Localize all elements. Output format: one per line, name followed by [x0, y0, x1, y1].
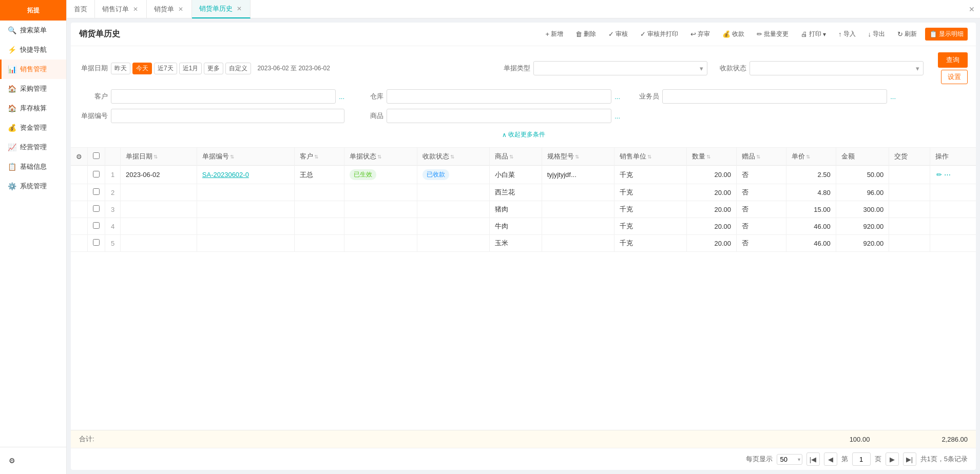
tab-sales-shipment[interactable]: 销货单 ✕ [147, 0, 192, 18]
sidebar-item-sales-mgmt[interactable]: 📊 销售管理 [0, 60, 66, 79]
col-spec[interactable]: 规格型号⇅ [542, 148, 614, 166]
col-doc-status[interactable]: 单据状态⇅ [344, 148, 417, 166]
sort-doc-icon: ⇅ [230, 154, 234, 160]
shortcut-yesterday[interactable]: 昨天 [111, 63, 130, 74]
customer-ellipsis[interactable]: ... [339, 93, 344, 101]
row-select-checkbox[interactable] [93, 222, 100, 229]
tab-sales-order-close[interactable]: ✕ [132, 6, 139, 13]
doc-type-select[interactable] [533, 61, 707, 75]
payment-status-select[interactable] [750, 61, 924, 75]
first-page-button[interactable]: |◀ [806, 452, 820, 466]
batch-change-button[interactable]: ✏ 批量变更 [753, 28, 793, 41]
shortcut-today[interactable]: 今天 [132, 63, 152, 74]
next-page-button[interactable]: ▶ [886, 452, 899, 466]
col-date[interactable]: 单据日期⇅ [121, 148, 197, 166]
row-checkbox[interactable] [88, 201, 105, 218]
delete-button[interactable]: 🗑 删除 [571, 28, 600, 41]
refresh-button[interactable]: ↻ 刷新 [893, 28, 921, 41]
new-button[interactable]: + 新增 [541, 28, 567, 41]
show-details-button[interactable]: 📋 显示明细 [925, 28, 968, 41]
last-page-button[interactable]: ▶| [903, 452, 916, 466]
row-select-checkbox[interactable] [93, 239, 100, 246]
row-select-checkbox[interactable] [93, 205, 100, 212]
row-customer [295, 235, 344, 252]
sidebar-item-funds-mgmt[interactable]: 💰 资金管理 [0, 118, 66, 137]
collapse-button[interactable]: ∧ 收起更多条件 [500, 128, 547, 141]
col-gift[interactable]: 赠品⇅ [736, 148, 786, 166]
sidebar-item-quick-nav[interactable]: ⚡ 快捷导航 [0, 40, 66, 60]
page-header: 销货单历史 + 新增 🗑 删除 ✓ 审核 ✓ 审核并打印 [71, 23, 976, 46]
col-doc-number[interactable]: 单据编号⇅ [197, 148, 295, 166]
collect-button[interactable]: 💰 收款 [718, 28, 748, 41]
row-pay-status [417, 184, 489, 201]
edit-action[interactable]: ✏ [936, 171, 942, 179]
sidebar-item-system-mgmt[interactable]: ⚙️ 系统管理 [0, 176, 66, 196]
warehouse-input[interactable] [387, 89, 611, 104]
col-settings[interactable]: ⚙ [71, 148, 88, 166]
warehouse-ellipsis[interactable]: ... [614, 93, 620, 101]
row-doc-number [197, 218, 295, 235]
customer-input[interactable] [111, 89, 336, 104]
tab-sales-history-close[interactable]: ✕ [236, 5, 243, 12]
export-button[interactable]: ↓ 导出 [864, 28, 890, 41]
set-button[interactable]: 设置 [941, 70, 968, 84]
product-ellipsis[interactable]: ... [614, 112, 620, 120]
sidebar-item-search-menu[interactable]: 🔍 搜索菜单 [0, 21, 66, 40]
tab-sales-order[interactable]: 销售订单 ✕ [95, 0, 147, 18]
page-number-input[interactable] [852, 452, 871, 466]
sort-unit-icon: ⇅ [647, 154, 651, 160]
select-all-checkbox[interactable] [93, 152, 100, 159]
review-print-button[interactable]: ✓ 审核并打印 [636, 28, 682, 41]
row-settings [71, 184, 88, 201]
payment-status-label: 收款状态 [718, 64, 746, 73]
doc-number-input[interactable] [111, 109, 344, 123]
col-product[interactable]: 商品⇅ [489, 148, 542, 166]
tab-window-close[interactable]: ✕ [969, 5, 975, 13]
data-table: ⚙ 单据日期⇅ 单据编号⇅ 客户⇅ 单据状态⇅ 收款状态⇅ 商品⇅ 规格型号⇅ … [71, 148, 976, 252]
row-amount: 96.00 [836, 184, 889, 201]
table-row: 2 西兰花 千克 20.00 否 4.80 96.00 [71, 184, 976, 201]
row-checkbox[interactable] [88, 166, 105, 184]
shortcut-custom[interactable]: 自定义 [225, 63, 251, 74]
sidebar-item-ops-mgmt[interactable]: 📈 经营管理 [0, 137, 66, 157]
review-button[interactable]: ✓ 审核 [604, 28, 632, 41]
print-button[interactable]: 🖨 打印 ▾ [797, 28, 830, 41]
shortcut-last7[interactable]: 近7天 [154, 63, 177, 74]
import-button[interactable]: ↑ 导入 [834, 28, 860, 41]
row-select-checkbox[interactable] [93, 188, 100, 195]
col-unit[interactable]: 销售单位⇅ [614, 148, 686, 166]
query-set-area: 查询 设置 [938, 52, 968, 84]
product-input[interactable] [387, 109, 611, 123]
tab-home[interactable]: 首页 [67, 0, 95, 18]
row-checkbox[interactable] [88, 235, 105, 252]
salesperson-input[interactable] [662, 89, 887, 104]
col-customer[interactable]: 客户⇅ [295, 148, 344, 166]
row-select-checkbox[interactable] [93, 171, 100, 177]
basic-info-icon: 📋 [8, 163, 16, 171]
row-checkbox[interactable] [88, 184, 105, 201]
prev-page-button[interactable]: ◀ [824, 452, 837, 466]
tab-sales-shipment-close[interactable]: ✕ [177, 6, 184, 13]
salesperson-ellipsis[interactable]: ... [890, 93, 896, 101]
sidebar-bottom-item1[interactable]: ⚙ [0, 451, 66, 470]
sidebar-item-inventory[interactable]: 🏠 库存核算 [0, 98, 66, 118]
abandon-button[interactable]: ↩ 弃审 [686, 28, 714, 41]
more-action[interactable]: ⋯ [944, 171, 951, 179]
tab-bar: 首页 销售订单 ✕ 销货单 ✕ 销货单历史 ✕ ✕ [67, 0, 980, 18]
row-gift: 否 [736, 201, 786, 218]
shortcut-last-month[interactable]: 近1月 [179, 63, 202, 74]
page-size-select[interactable]: 20 50 100 [777, 454, 802, 465]
tab-sales-history[interactable]: 销货单历史 ✕ [192, 0, 251, 18]
sidebar-item-purchase-mgmt[interactable]: 🏠 采购管理 [0, 79, 66, 98]
col-price[interactable]: 单价⇅ [786, 148, 836, 166]
query-button[interactable]: 查询 [938, 52, 968, 68]
col-pay-status[interactable]: 收款状态⇅ [417, 148, 489, 166]
col-checkbox[interactable] [88, 148, 105, 166]
row-product: 小白菜 [489, 166, 542, 184]
funds-mgmt-icon: 💰 [8, 124, 16, 132]
sidebar-item-basic-info[interactable]: 📋 基础信息 [0, 157, 66, 176]
shortcut-more[interactable]: 更多 [204, 63, 223, 74]
row-checkbox[interactable] [88, 218, 105, 235]
doc-number-link[interactable]: SA-20230602-0 [202, 171, 249, 179]
col-qty[interactable]: 数量⇅ [687, 148, 737, 166]
